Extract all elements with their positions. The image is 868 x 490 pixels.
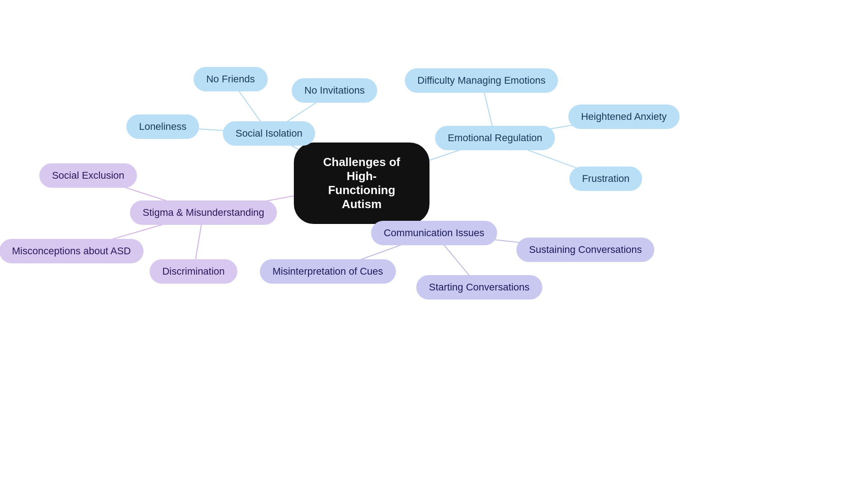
node-communication-issues: Communication Issues — [371, 221, 497, 245]
node-emotional-regulation: Emotional Regulation — [435, 126, 555, 150]
node-misconceptions-asd: Misconceptions about ASD — [0, 239, 143, 263]
node-starting-conversations: Starting Conversations — [416, 275, 542, 300]
node-social-exclusion: Social Exclusion — [39, 163, 137, 188]
node-discrimination: Discrimination — [150, 259, 237, 284]
node-loneliness: Loneliness — [126, 114, 199, 139]
node-no-invitations: No Invitations — [292, 78, 377, 103]
node-stigma-misunderstanding: Stigma & Misunderstanding — [130, 200, 277, 225]
node-misinterpretation-cues: Misinterpretation of Cues — [260, 259, 396, 284]
node-difficulty-managing-emotions: Difficulty Managing Emotions — [405, 68, 558, 93]
node-heightened-anxiety: Heightened Anxiety — [568, 105, 679, 129]
node-no-friends: No Friends — [193, 67, 268, 91]
node-sustaining-conversations: Sustaining Conversations — [516, 238, 654, 262]
mind-map: Challenges of High-Functioning AutismSoc… — [0, 0, 868, 490]
node-frustration: Frustration — [569, 167, 642, 191]
center-node: Challenges of High-Functioning Autism — [294, 143, 429, 224]
node-social-isolation: Social Isolation — [223, 121, 315, 146]
